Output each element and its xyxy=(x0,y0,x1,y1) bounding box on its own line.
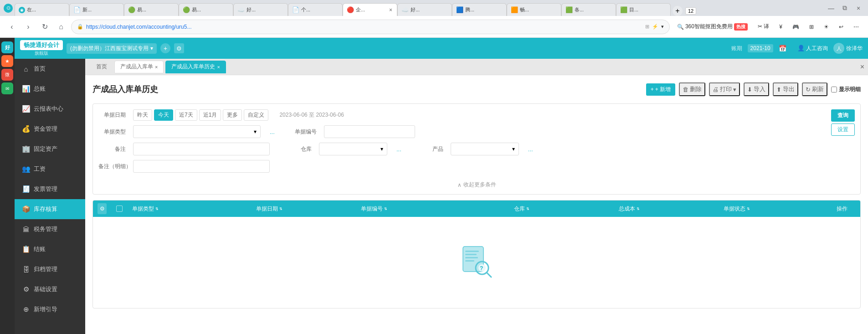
sidebar-item-closing[interactable]: 📋 结账 xyxy=(15,239,85,259)
show-columns-toggle[interactable]: 显示明细 xyxy=(831,86,861,93)
th-cost[interactable]: 总成本 ⇅ xyxy=(614,205,719,213)
today-btn[interactable]: 今天 xyxy=(154,109,173,121)
scissors-btn[interactable]: ✂ 译 xyxy=(754,21,773,33)
sidebar-item-settings[interactable]: ⚙ 基础设置 xyxy=(15,279,85,299)
breadcrumb-home[interactable]: 首页 xyxy=(92,63,111,71)
browser-tab-8[interactable]: ☁️ 好... xyxy=(397,3,452,16)
service-text[interactable]: 人工咨询 xyxy=(806,45,828,51)
remark-filter-input[interactable] xyxy=(133,143,270,155)
refresh-button[interactable]: ↻ 刷新 xyxy=(802,82,827,96)
address-bar[interactable]: 🔒 https://cloud.chanjet.com/accounting/u… xyxy=(71,20,670,34)
th-warehouse[interactable]: 仓库 ⇅ xyxy=(509,205,614,213)
th-number[interactable]: 单据编号 ⇅ xyxy=(356,205,509,213)
browser-tab-9[interactable]: 🟦 腾... xyxy=(452,3,507,16)
browser-tab-6[interactable]: 📄 个... xyxy=(288,3,343,16)
service-label: 👤 人工咨询 xyxy=(797,45,828,52)
more-btn[interactable]: ⋯ xyxy=(850,21,863,33)
game-btn[interactable]: 🎮 xyxy=(789,21,803,33)
th-settings[interactable]: ⚙ xyxy=(93,203,111,214)
filter-settings-button[interactable]: 设置 xyxy=(831,123,855,136)
browser-tab-5[interactable]: ☁️ 好... xyxy=(233,3,288,16)
show-columns-checkbox[interactable] xyxy=(831,87,837,92)
detail-remark-input[interactable] xyxy=(133,160,270,173)
layout-btn[interactable]: ⊞ xyxy=(806,21,817,33)
sidebar-item-invoice[interactable]: 🧾 发票管理 xyxy=(15,179,85,199)
content-tab-list[interactable]: 产成品入库单 × xyxy=(114,61,164,73)
sidebar-item-payroll[interactable]: 👥 工资 xyxy=(15,159,85,179)
export-button[interactable]: ⬆ 导出 xyxy=(773,82,798,96)
product-more-btn[interactable]: ... xyxy=(528,146,533,153)
number-filter-input[interactable] xyxy=(324,125,415,138)
sidebar-item-archive[interactable]: 🗄 归档管理 xyxy=(15,259,85,279)
print-icon: 🖨 xyxy=(713,86,719,93)
sidebar-item-fixed-assets[interactable]: 🏢 固定资产 xyxy=(15,139,85,159)
delete-button[interactable]: 🗑 删除 xyxy=(679,82,705,96)
browser-tab-4[interactable]: 🟢 易... xyxy=(179,3,233,16)
sidebar-item-more[interactable]: ⊕ 新增引导 xyxy=(15,299,85,319)
type-select[interactable]: ▾ xyxy=(133,125,261,138)
browser-tab-2[interactable]: 📄 新... xyxy=(69,3,124,16)
company-selector[interactable]: (勿删勿禁用）江西服宝测试专用 ▾ xyxy=(67,43,157,54)
browser-tab-3[interactable]: 🟢 易... xyxy=(124,3,179,16)
sidebar-item-inventory[interactable]: 📦 库存核算 xyxy=(15,199,85,219)
select-all-checkbox[interactable] xyxy=(116,206,123,212)
forward-button[interactable]: › xyxy=(22,21,35,33)
maximize-button[interactable]: ⧉ xyxy=(839,2,851,14)
minimize-button[interactable]: — xyxy=(825,2,837,14)
sidebar-item-ledger[interactable]: 📊 总账 xyxy=(15,79,85,99)
settings-gear-button[interactable]: ⚙ xyxy=(174,43,184,53)
more-date-btn[interactable]: 更多 xyxy=(223,109,242,121)
print-button[interactable]: 🖨 打印 ▾ xyxy=(709,82,740,96)
tab-close-7[interactable]: × xyxy=(388,6,393,14)
warehouse-select[interactable]: ▾ xyxy=(319,143,387,155)
collapse-filter-button[interactable]: ∧ 收起更多条件 xyxy=(98,181,855,189)
add-company-button[interactable]: + xyxy=(160,43,170,53)
last-month-btn[interactable]: 近1月 xyxy=(199,109,221,121)
tab-list-close[interactable]: × xyxy=(155,64,158,70)
search-btn[interactable]: 🔍 360智能抠图免费用 热搜 xyxy=(673,21,751,33)
content-area: 首页 产成品入库单 × 产成品入库单历史 × xyxy=(85,59,868,334)
yesterday-btn[interactable]: 昨天 xyxy=(133,109,152,121)
sidebar-item-tax[interactable]: 🏛 税务管理 xyxy=(15,219,85,239)
reload-button[interactable]: ↻ xyxy=(38,21,51,33)
th-status[interactable]: 单据状态 ⇅ xyxy=(719,205,824,213)
browser-tab-10[interactable]: 🟧 畅... xyxy=(507,3,561,16)
delete-label: 删除 xyxy=(690,85,702,93)
svg-rect-3 xyxy=(465,257,478,258)
product-select[interactable]: ▾ xyxy=(451,143,519,155)
close-button[interactable]: × xyxy=(853,2,864,14)
sidebar-item-funds[interactable]: 💰 资金管理 xyxy=(15,119,85,139)
table-empty-state: ? xyxy=(93,217,860,308)
type-more-btn[interactable]: ... xyxy=(270,128,275,135)
browser-tab-7[interactable]: 🔴 企... × xyxy=(343,3,397,16)
tab-history-close[interactable]: × xyxy=(217,64,220,70)
more-icon: ⊕ xyxy=(22,305,30,313)
home-button[interactable]: ⌂ xyxy=(55,21,67,33)
back-button[interactable]: ‹ xyxy=(5,21,18,33)
browser-tab-1[interactable]: ◉ 在... xyxy=(15,3,69,16)
sidebar-item-reports[interactable]: 📈 云报表中心 xyxy=(15,99,85,119)
warehouse-more-btn[interactable]: ... xyxy=(396,146,401,153)
import-button[interactable]: ⬇ 导入 xyxy=(744,82,769,96)
app-icon-red[interactable]: 微 xyxy=(1,69,13,81)
sidebar-item-home[interactable]: ⌂ 首页 xyxy=(15,59,85,79)
table-gear-icon[interactable]: ⚙ xyxy=(98,203,107,214)
app-icon-orange[interactable]: ★ xyxy=(1,55,13,67)
query-button[interactable]: 查询 xyxy=(831,109,855,122)
custom-date-btn[interactable]: 自定义 xyxy=(244,109,268,121)
translate-btn[interactable]: ¥ xyxy=(776,21,786,33)
undo-btn[interactable]: ↩ xyxy=(835,21,847,33)
chanjet-icon[interactable]: 好 xyxy=(1,41,13,53)
th-type[interactable]: 单据类型 ⇅ xyxy=(128,205,252,213)
th-checkbox[interactable] xyxy=(111,206,128,212)
th-date[interactable]: 单据日期 ⇅ xyxy=(252,205,356,213)
add-button[interactable]: + + 新增 xyxy=(646,83,675,96)
last7-btn[interactable]: 近7天 xyxy=(175,109,197,121)
app-icon-green[interactable]: ✉ xyxy=(1,82,13,94)
new-tab-button[interactable]: + xyxy=(673,6,683,16)
browser-tab-12[interactable]: 🟩 目... xyxy=(616,3,671,16)
browser-tab-11[interactable]: 🟩 各... xyxy=(561,3,616,16)
content-tab-history[interactable]: 产成品入库单历史 × xyxy=(165,61,226,73)
theme-btn[interactable]: ☀ xyxy=(820,21,832,33)
content-close-button[interactable]: × xyxy=(860,63,864,71)
